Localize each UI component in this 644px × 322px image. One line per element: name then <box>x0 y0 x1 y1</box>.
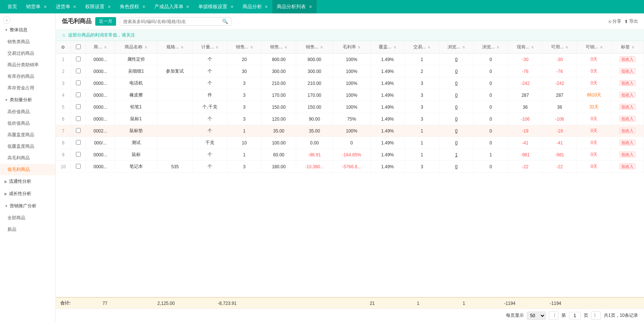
row-checkbox[interactable] <box>71 89 86 101</box>
col-sales-price[interactable]: 销售... ⇅ <box>262 41 296 54</box>
select-all-checkbox[interactable] <box>76 44 81 49</box>
row-checkbox[interactable] <box>71 54 86 66</box>
nav-roles[interactable]: 角色授权 ✕ <box>115 0 150 13</box>
export-button[interactable]: ⬆ 导出 <box>624 18 638 25</box>
close-icon[interactable]: ✕ <box>73 4 76 9</box>
col-unit[interactable]: 计量... ⇅ <box>193 41 227 54</box>
nav-template[interactable]: 单据模板设置 ✕ <box>194 0 238 13</box>
col-checkbox[interactable] <box>71 41 86 54</box>
row-trade[interactable]: 0 <box>439 54 474 66</box>
page-label2: 页 <box>584 312 588 319</box>
col-coverage[interactable]: 覆盖... ⇅ <box>370 41 405 54</box>
page-number-input[interactable] <box>569 312 581 319</box>
row-trade[interactable]: 0 <box>439 77 474 89</box>
sidebar-item-high-coverage[interactable]: 高覆盖度商品 <box>0 129 55 141</box>
search-icon[interactable]: 🔍 <box>222 19 228 24</box>
row-gross: 1.49% <box>370 89 405 101</box>
col-sales-qty[interactable]: 销售... ⇅ <box>227 41 262 54</box>
row-checkbox[interactable] <box>71 125 86 137</box>
row-trade[interactable]: 0 <box>439 89 474 101</box>
row-checkbox[interactable] <box>71 101 86 113</box>
row-num: 4 <box>56 89 71 101</box>
row-checkbox[interactable] <box>71 113 86 125</box>
row-unit: 个 <box>193 149 227 161</box>
close-icon[interactable]: ✕ <box>44 4 47 9</box>
sidebar-item-low-coverage[interactable]: 低覆盖度商品 <box>0 141 55 152</box>
sidebar-item-high-value[interactable]: 高价值商品 <box>0 106 55 118</box>
col-tag[interactable]: 标签 ⇅ <box>611 41 644 54</box>
search-input[interactable] <box>123 19 222 24</box>
row-salable: 0天 <box>577 77 612 89</box>
row-checkbox[interactable] <box>71 77 86 89</box>
row-browse2: -106 <box>508 113 542 125</box>
row-trade[interactable]: 0 <box>439 66 474 77</box>
close-icon[interactable]: ✕ <box>230 4 234 9</box>
col-sales-total[interactable]: 销售... ⇅ <box>296 41 333 54</box>
nav-home[interactable]: 首页 <box>3 0 22 13</box>
sidebar-collapse-btn[interactable]: « <box>3 16 10 24</box>
top-navigation: 首页 销货单 ✕ 进货单 ✕ 权限设置 ✕ 角色授权 ✕ 产成品入库单 ✕ 单据… <box>0 0 644 13</box>
row-avail: -242 <box>542 77 577 89</box>
sidebar-item-stocked[interactable]: 有库存的商品 <box>0 71 55 82</box>
row-trade[interactable]: 0 <box>439 137 474 149</box>
row-code: 0000... <box>86 113 115 125</box>
sidebar-item-low-value[interactable]: 低价值商品 <box>0 118 55 129</box>
close-icon[interactable]: ✕ <box>186 4 189 9</box>
sidebar-group-category[interactable]: ▼ 类别量分析 <box>0 94 55 106</box>
sidebar-item-sales-products[interactable]: 销售类商品 <box>0 36 55 48</box>
col-settings[interactable]: ⚙ <box>56 41 71 54</box>
close-icon[interactable]: ✕ <box>265 4 268 9</box>
sidebar-group-overview-label: 整体信息 <box>10 27 28 33</box>
prev-page-button[interactable]: 〈 <box>549 311 558 320</box>
col-available[interactable]: 可用... ⇅ <box>542 41 577 54</box>
col-salable[interactable]: 可销... ⇅ <box>577 41 612 54</box>
nav-goods-analysis[interactable]: 商品分析 ✕ <box>238 0 273 13</box>
sidebar-item-category-rate[interactable]: 商品分类助销率 <box>0 59 55 71</box>
row-trade[interactable]: 1 <box>439 149 474 161</box>
row-checkbox[interactable] <box>71 161 86 173</box>
sidebar-group-overview[interactable]: ▼ 整体信息 <box>0 24 55 36</box>
col-browse1[interactable]: 浏览... ⇅ <box>439 41 474 54</box>
nav-products[interactable]: 产成品入库单 ✕ <box>150 0 194 13</box>
col-trade[interactable]: 交易... ⇅ <box>405 41 439 54</box>
col-gross-rate[interactable]: 毛利率 ⇅ <box>333 41 370 54</box>
sidebar-item-inventory-fund[interactable]: 库存资金占用 <box>0 82 55 94</box>
nav-sales[interactable]: 销货单 ✕ <box>22 0 51 13</box>
close-icon[interactable]: ✕ <box>108 4 111 9</box>
col-spec[interactable]: 规格... ⇅ <box>157 41 193 54</box>
chevron-icon: ▶ <box>4 179 7 184</box>
nav-goods-analysis-list[interactable]: 商品分析列表 ✕ <box>272 0 317 13</box>
sidebar-group-marketing[interactable]: ▼ 营销推广分析 <box>0 200 55 212</box>
header-actions: ⎋ 分享 ⬆ 导出 <box>609 18 638 25</box>
col-code[interactable]: 商... ⇅ <box>86 41 115 54</box>
share-button[interactable]: ⎋ 分享 <box>609 18 621 25</box>
export-icon: ⬆ <box>624 19 628 24</box>
close-icon[interactable]: ✕ <box>142 4 145 9</box>
sidebar-item-high-margin[interactable]: 高毛利商品 <box>0 152 55 164</box>
row-checkbox[interactable] <box>71 66 86 77</box>
close-icon[interactable]: ✕ <box>309 4 312 9</box>
next-page-button[interactable]: 〉 <box>591 311 601 320</box>
row-trade[interactable]: 0 <box>439 125 474 137</box>
row-trade[interactable]: 0 <box>439 113 474 125</box>
sidebar-item-low-margin[interactable]: 低毛利商品 <box>0 164 55 175</box>
per-page-select[interactable]: 20 50 100 <box>527 312 546 320</box>
sidebar-item-traded-products[interactable]: 交易过的商品 <box>0 48 55 59</box>
notice-icon: ☆ <box>62 33 66 38</box>
row-trade[interactable]: 0 <box>439 101 474 113</box>
nav-purchase[interactable]: 进货单 ✕ <box>51 0 81 13</box>
row-checkbox[interactable] <box>71 137 86 149</box>
row-checkbox[interactable] <box>71 149 86 161</box>
col-current[interactable]: 现有... ⇅ <box>508 41 542 54</box>
col-name[interactable]: 商品名称 ⇅ <box>115 41 157 54</box>
sidebar-item-all-products[interactable]: 全部商品 <box>0 212 55 224</box>
footer-browse1: 1 <box>441 301 487 306</box>
sidebar-item-new-products[interactable]: 新品 <box>0 224 55 235</box>
date-filter-button[interactable]: 近一月 <box>95 17 116 26</box>
col-browse2[interactable]: 浏览... ⇅ <box>474 41 508 54</box>
row-sales-qty: 10 <box>227 137 262 149</box>
sidebar-group-growth[interactable]: ▶ 成长性分析 <box>0 188 55 200</box>
row-trade[interactable]: 0 <box>439 161 474 173</box>
sidebar-group-flow[interactable]: ▶ 流通性分析 <box>0 175 55 188</box>
nav-permissions[interactable]: 权限设置 ✕ <box>81 0 115 13</box>
